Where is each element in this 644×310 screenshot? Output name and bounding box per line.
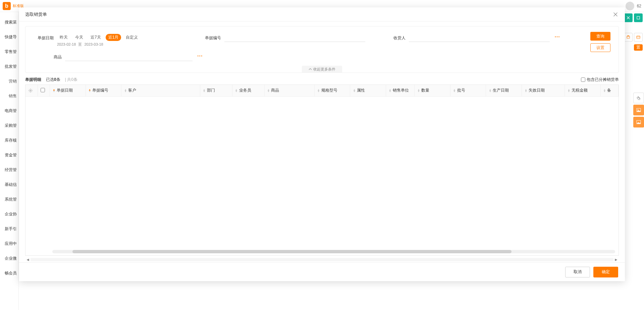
filter-docno-label: 单据编号 [201, 34, 221, 42]
col-clerk[interactable]: ▲▼业务员 [232, 85, 264, 96]
col-check[interactable] [38, 85, 50, 96]
cancel-button[interactable]: 取消 [565, 267, 590, 277]
modal-header: 选取销货单 [19, 7, 625, 21]
product-input[interactable] [65, 53, 193, 61]
table-container: ▲▼单据日期▲▼单据编号▲▼客户▲▼部门▲▼业务员▲▼商品▲▼规格型号▲▼属性▲… [25, 85, 619, 256]
col-label: 规格型号 [321, 88, 337, 93]
sort-icon[interactable]: ▲▼ [235, 89, 238, 92]
close-icon [613, 12, 618, 16]
col-exp[interactable]: ▲▼失效日期 [522, 85, 565, 96]
col-unit[interactable]: ▲▼销售单位 [386, 85, 414, 96]
col-date[interactable]: ▲▼单据日期 [50, 85, 86, 96]
col-label: 备 [607, 88, 611, 93]
col-label: 销售单位 [393, 88, 409, 93]
receiver-input[interactable] [409, 34, 550, 42]
modal-body: 单据日期 昨天 今天 近7天 近1月 自定义 202 [19, 21, 625, 262]
filter-date-label: 单据日期 [34, 34, 54, 42]
col-qty[interactable]: ▲▼数量 [415, 85, 450, 96]
sort-icon[interactable]: ▲▼ [603, 89, 606, 92]
table-hscroll-thumb[interactable] [72, 250, 512, 253]
gear-icon [28, 88, 33, 93]
svg-point-8 [30, 90, 31, 91]
sort-icon[interactable]: ▲▼ [53, 89, 55, 92]
filter-product-label: 商品 [34, 53, 62, 61]
chip-today[interactable]: 今天 [72, 34, 86, 41]
sort-icon[interactable]: ▲▼ [317, 89, 320, 92]
col-label: 数量 [421, 88, 429, 93]
col-gear[interactable] [25, 85, 38, 96]
col-label: 单据日期 [57, 88, 73, 93]
chip-last7[interactable]: 近7天 [88, 34, 104, 41]
sort-icon[interactable]: ▲▼ [267, 89, 270, 92]
sort-icon[interactable]: ▲▼ [124, 89, 127, 92]
docno-input[interactable] [224, 34, 365, 42]
col-attr[interactable]: ▲▼属性 [350, 85, 386, 96]
filter-product: 商品 ··· [34, 53, 204, 61]
total-info: | 共0条 [65, 77, 77, 83]
select-all-checkbox[interactable] [41, 88, 45, 92]
selected-info: 已选0条 [46, 77, 60, 83]
col-label: 属性 [357, 88, 365, 93]
sort-icon[interactable]: ▲▼ [568, 89, 570, 92]
sort-icon[interactable]: ▲▼ [389, 89, 391, 92]
col-label: 生产日期 [493, 88, 509, 93]
list-title: 单据明细 [25, 77, 41, 83]
col-label: 单据编号 [92, 88, 108, 93]
modal-close-button[interactable] [612, 11, 619, 18]
filter-docno: 单据编号 [201, 34, 365, 42]
col-batch[interactable]: ▲▼批号 [450, 85, 486, 96]
chevron-up-icon [309, 68, 312, 70]
sort-icon[interactable]: ▲▼ [489, 89, 491, 92]
filter-receiver-label: 收货人 [385, 34, 406, 42]
modal-body-hscroll[interactable]: ◄ ► [25, 257, 619, 262]
product-more-button[interactable]: ··· [196, 53, 204, 59]
list-header: 单据明细 已选0条 | 共0条 包含已分摊销货单 [25, 77, 619, 83]
col-mfg[interactable]: ▲▼生产日期 [486, 85, 522, 96]
sort-icon[interactable]: ▲▼ [417, 89, 420, 92]
table-header-row: ▲▼单据日期▲▼单据编号▲▼客户▲▼部门▲▼业务员▲▼商品▲▼规格型号▲▼属性▲… [25, 85, 619, 96]
sort-icon[interactable]: ▲▼ [89, 89, 91, 92]
table-hscroll[interactable] [52, 250, 615, 253]
col-product[interactable]: ▲▼商品 [264, 85, 314, 96]
col-amount[interactable]: ▲▼无税金额 [565, 85, 600, 96]
sort-icon[interactable]: ▲▼ [525, 89, 527, 92]
include-allocated-input[interactable] [581, 78, 585, 82]
modal-footer: 取消 确定 [19, 262, 625, 281]
sort-icon[interactable]: ▲▼ [353, 89, 356, 92]
settings-button[interactable]: 设置 [590, 43, 610, 52]
col-label: 失效日期 [529, 88, 545, 93]
col-label: 客户 [128, 88, 136, 93]
col-label: 部门 [207, 88, 215, 93]
date-range-text: 2023-02-18 至 2023-03-18 [57, 42, 141, 47]
filter-date: 单据日期 昨天 今天 近7天 近1月 自定义 202 [34, 34, 141, 47]
col-customer[interactable]: ▲▼客户 [121, 85, 200, 96]
chip-last1m[interactable]: 近1月 [106, 34, 121, 41]
col-spec[interactable]: ▲▼规格型号 [314, 85, 350, 96]
scroll-left-icon[interactable]: ◄ [25, 257, 31, 262]
col-label: 业务员 [239, 88, 251, 93]
col-label: 无税金额 [572, 88, 588, 93]
confirm-button[interactable]: 确定 [593, 267, 618, 277]
modal: 选取销货单 单据日期 昨天 今天 [19, 7, 625, 281]
filter-card: 单据日期 昨天 今天 近7天 近1月 自定义 202 [25, 26, 619, 73]
sort-icon[interactable]: ▲▼ [203, 89, 206, 92]
sort-icon[interactable]: ▲▼ [453, 89, 456, 92]
col-docno[interactable]: ▲▼单据编号 [86, 85, 121, 96]
col-remark[interactable]: ▲▼备 [600, 85, 618, 96]
col-label: 商品 [271, 88, 279, 93]
collapse-conditions-button[interactable]: 收起更多条件 [302, 66, 342, 72]
query-button[interactable]: 查询 [590, 32, 610, 41]
collapse-label: 收起更多条件 [313, 67, 335, 72]
modal-title: 选取销货单 [25, 11, 47, 17]
scroll-track[interactable] [31, 258, 613, 261]
col-dept[interactable]: ▲▼部门 [200, 85, 232, 96]
scroll-right-icon[interactable]: ► [613, 257, 619, 262]
filter-receiver: 收货人 ··· [385, 34, 561, 42]
receiver-more-button[interactable]: ··· [553, 34, 561, 40]
chip-yesterday[interactable]: 昨天 [57, 34, 70, 41]
filter-action-buttons: 查询 设置 [590, 32, 610, 52]
chip-custom[interactable]: 自定义 [123, 34, 141, 41]
modal-overlay: 选取销货单 单据日期 昨天 今天 [0, 0, 644, 310]
include-allocated-checkbox[interactable]: 包含已分摊销货单 [581, 77, 619, 83]
col-label: 批号 [457, 88, 465, 93]
